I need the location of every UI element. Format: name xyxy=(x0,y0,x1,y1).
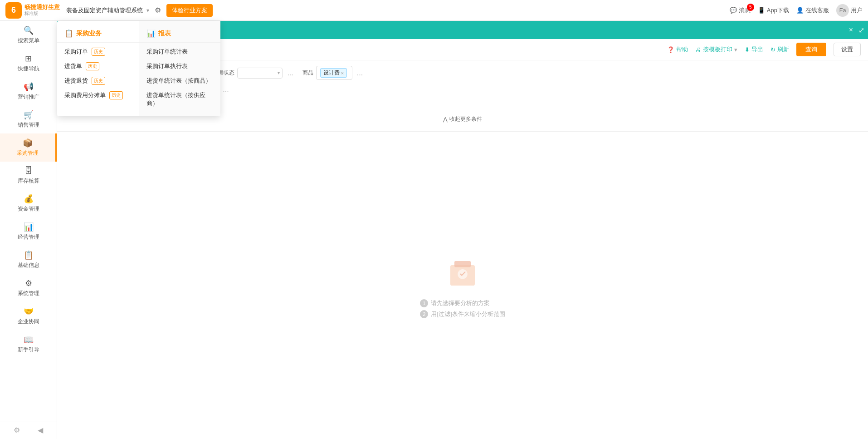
app-download-item[interactable]: 📱 App下载 xyxy=(758,6,789,15)
sidebar-item-label: 采购管理 xyxy=(17,149,39,157)
purchase-col-icon: 📋 xyxy=(64,29,73,38)
empty-text: 1 请先选择要分析的方案 2 用[过滤]条件来缩小分析范围 xyxy=(420,299,505,318)
app-label: App下载 xyxy=(767,6,789,15)
finance-icon: 💰 xyxy=(24,194,34,204)
logo-icon: 6 xyxy=(5,2,22,19)
tab-expand-icon[interactable]: ⤢ xyxy=(858,26,864,35)
goods-input[interactable]: 设计费 × xyxy=(316,66,352,80)
message-item[interactable]: 💬 消息 5 xyxy=(730,6,751,15)
logo-title: 畅捷通好生意 xyxy=(24,4,60,11)
sidebar-item-label: 新手引导 xyxy=(18,346,39,354)
help-btn[interactable]: ❓ 帮助 xyxy=(667,45,688,54)
refresh-btn[interactable]: ↻ 刷新 xyxy=(770,45,789,54)
export-btn[interactable]: ⬇ 导出 xyxy=(745,45,763,54)
settings-bottom-icon[interactable]: ⚙ xyxy=(14,426,20,434)
avatar: Ea xyxy=(836,4,849,17)
sidebar-item-enterprise[interactable]: 🤝 企业协同 xyxy=(0,302,57,330)
set-button[interactable]: 设置 xyxy=(834,43,861,56)
tip-num-2: 2 xyxy=(420,310,428,318)
dropdown-item-inbound-stat-goods[interactable]: 进货单统计表（按商品） xyxy=(139,74,221,88)
purchase-col: 📋 采购业务 采购订单 历史 进货单 历史 进货退货 历史 采购费用分摊单 历史 xyxy=(57,21,139,116)
sidebar-item-label: 搜索菜单 xyxy=(18,37,39,44)
dropdown-item-purchase-order-stat[interactable]: 采购订单统计表 xyxy=(139,44,221,59)
sidebar-item-label: 基础信息 xyxy=(18,261,39,269)
goods-ellipsis[interactable]: ... xyxy=(355,69,365,77)
order-status-select[interactable] xyxy=(237,68,283,79)
sidebar-item-operation[interactable]: 📊 经营管理 xyxy=(0,217,57,246)
purchase-col-title: 📋 采购业务 xyxy=(57,26,139,43)
sidebar: 🔍 搜索菜单 ⊞ 快捷导航 📢 营销推广 🛒 销售管理 📦 采购管理 🗄 xyxy=(0,21,57,439)
order-status-ellipsis[interactable]: ... xyxy=(285,69,295,77)
sidebar-item-search[interactable]: 🔍 搜索菜单 xyxy=(0,21,57,49)
logo-text: 畅捷通好生意 标准版 xyxy=(24,4,60,17)
gear-icon[interactable]: ⚙ xyxy=(155,6,161,15)
sidebar-item-marketing[interactable]: 📢 营销推广 xyxy=(0,77,57,105)
service-item[interactable]: 👤 在线客服 xyxy=(796,6,829,15)
sales-icon: 🛒 xyxy=(24,110,34,120)
enterprise-icon: 🤝 xyxy=(24,306,34,316)
system-icon: ⚙ xyxy=(25,278,32,288)
sidebar-item-label: 企业协同 xyxy=(18,318,39,326)
refresh-icon: ↻ xyxy=(770,46,775,53)
topbar-right: 💬 消息 5 📱 App下载 👤 在线客服 Ea 用户 xyxy=(730,4,863,17)
dropdown-item-inbound-stat-supplier[interactable]: 进货单统计表（按供应商） xyxy=(139,88,221,111)
dropdown-item-purchase-order[interactable]: 采购订单 历史 xyxy=(57,44,139,59)
svg-rect-1 xyxy=(454,261,471,267)
collapse-icon[interactable]: ◀ xyxy=(38,426,43,434)
sidebar-item-label: 系统管理 xyxy=(18,290,39,297)
marketing-icon: 📢 xyxy=(24,82,34,92)
sidebar-item-sales[interactable]: 🛒 销售管理 xyxy=(0,105,57,133)
empty-illustration xyxy=(442,253,483,294)
sidebar-item-inventory[interactable]: 🗄 库存核算 xyxy=(0,162,57,189)
dropdown-item-inbound-return[interactable]: 进货退货 历史 xyxy=(57,74,139,88)
query-button[interactable]: 查询 xyxy=(796,43,826,56)
dropdown-item-purchase-cost[interactable]: 采购费用分摊单 历史 xyxy=(57,88,139,103)
dropdown-item-purchase-order-exec[interactable]: 采购订单执行表 xyxy=(139,59,221,74)
report-col-title: 📊 报表 xyxy=(139,26,221,43)
sidebar-item-label: 销售管理 xyxy=(18,121,39,129)
sidebar-item-basic[interactable]: 📋 基础信息 xyxy=(0,246,57,274)
sidebar-item-finance[interactable]: 💰 资金管理 xyxy=(0,189,57,217)
empty-state: 1 请先选择要分析的方案 2 用[过滤]条件来缩小分析范围 xyxy=(57,132,868,439)
goods-tag: 设计费 × xyxy=(320,68,347,78)
search-icon: 🔍 xyxy=(24,25,34,35)
system-dropdown-arrow[interactable]: ▾ xyxy=(146,7,149,14)
sidebar-item-guide[interactable]: 📖 新手引导 xyxy=(0,330,57,358)
trial-button[interactable]: 体验行业方案 xyxy=(166,4,213,17)
user-label: 用户 xyxy=(851,6,863,15)
topbar-center: 装备及固定资产辅助管理系统 ▾ ⚙ 体验行业方案 xyxy=(63,4,730,17)
service-label: 在线客服 xyxy=(805,6,829,15)
top-bar: 6 畅捷通好生意 标准版 装备及固定资产辅助管理系统 ▾ ⚙ 体验行业方案 💬 … xyxy=(0,0,868,21)
user-item[interactable]: Ea 用户 xyxy=(836,4,863,17)
message-badge: 5 xyxy=(747,4,754,11)
logo-subtitle: 标准版 xyxy=(24,10,60,17)
print-btn[interactable]: 🖨 按模板打印 ▾ xyxy=(695,45,737,54)
tip-text-2: 用[过滤]条件来缩小分析范围 xyxy=(431,310,505,318)
goods-label: 商品 xyxy=(302,69,313,77)
sidebar-item-label: 快捷导航 xyxy=(18,65,39,73)
empty-tip-2: 2 用[过滤]条件来缩小分析范围 xyxy=(420,310,505,318)
sidebar-item-system[interactable]: ⚙ 系统管理 xyxy=(0,274,57,302)
tab-close-all-icon[interactable]: × xyxy=(849,26,853,34)
sidebar-item-label: 资金管理 xyxy=(18,205,39,213)
logo-area: 6 畅捷通好生意 标准版 xyxy=(5,2,63,19)
order-status-filter: 单据状态 ... xyxy=(213,68,295,79)
sidebar-item-label: 营销推广 xyxy=(18,93,39,101)
sidebar-item-purchase[interactable]: 📦 采购管理 xyxy=(0,133,57,162)
goods-tag-close[interactable]: × xyxy=(341,70,344,76)
hist-badge-purchase-order: 历史 xyxy=(92,48,105,56)
guide-icon: 📖 xyxy=(24,335,34,345)
order-status-select-wrapper xyxy=(237,68,283,79)
system-name: 装备及固定资产辅助管理系统 xyxy=(66,6,143,15)
help-icon: ❓ xyxy=(667,46,674,53)
sidebar-item-nav[interactable]: ⊞ 快捷导航 xyxy=(0,49,57,77)
salesman-ellipsis[interactable]: ... xyxy=(221,86,230,94)
basic-icon: 📋 xyxy=(24,250,34,260)
inventory-icon: 🗄 xyxy=(24,166,33,176)
operation-icon: 📊 xyxy=(24,222,34,232)
dropdown-item-inbound[interactable]: 进货单 历史 xyxy=(57,59,139,74)
print-dropdown-icon[interactable]: ▾ xyxy=(734,46,737,53)
tip-num-1: 1 xyxy=(420,299,428,307)
sidebar-item-label: 经营管理 xyxy=(18,233,39,241)
export-icon: ⬇ xyxy=(745,46,750,53)
